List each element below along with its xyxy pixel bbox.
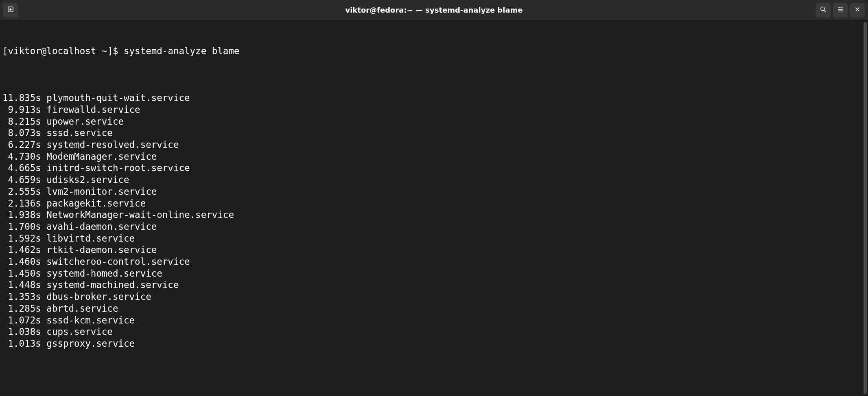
blame-time: 1.592s <box>2 233 41 244</box>
blame-time: 1.462s <box>2 244 41 256</box>
blame-time: 1.938s <box>2 209 41 221</box>
blame-time: 1.450s <box>2 268 41 279</box>
blame-service: libvirtd.service <box>46 233 135 244</box>
blame-row: 1.448s systemd-machined.service <box>2 279 866 291</box>
blame-time: 6.227s <box>2 139 41 151</box>
blame-row: 4.730s ModemManager.service <box>2 151 866 163</box>
blame-service: dbus-broker.service <box>46 291 151 302</box>
blame-time: 2.136s <box>2 198 41 209</box>
svg-point-3 <box>821 7 824 11</box>
search-icon <box>820 6 827 15</box>
window-title: viktor@fedora:~ — systemd-analyze blame <box>345 6 523 14</box>
blame-row: 11.835s plymouth-quit-wait.service <box>2 92 866 104</box>
blame-time: 1.013s <box>2 338 41 350</box>
new-tab-button[interactable] <box>3 3 18 18</box>
blame-row: 1.285s abrtd.service <box>2 303 866 315</box>
scrollbar[interactable] <box>863 22 867 394</box>
blame-service: sssd.service <box>46 128 113 138</box>
blame-service: sssd-kcm.service <box>46 315 135 326</box>
command-text: systemd-analyze blame <box>124 46 239 56</box>
blame-row: 1.938s NetworkManager-wait-online.servic… <box>2 209 866 221</box>
blame-row: 8.215s upower.service <box>2 116 866 128</box>
blame-service: cups.service <box>46 326 113 337</box>
blame-row: 9.913s firewalld.service <box>2 104 866 116</box>
blame-time: 8.215s <box>2 116 41 128</box>
blame-time: 1.072s <box>2 315 41 326</box>
menu-button[interactable] <box>833 3 848 18</box>
blame-time: 2.555s <box>2 186 41 198</box>
search-button[interactable] <box>816 3 831 18</box>
blame-time: 1.460s <box>2 256 41 268</box>
blame-service: udisks2.service <box>46 174 129 185</box>
blame-time: 8.073s <box>2 127 41 139</box>
blame-service: gssproxy.service <box>46 338 135 349</box>
blame-service: switcheroo-control.service <box>46 256 190 267</box>
blame-row: 1.038s cups.service <box>2 326 866 338</box>
blame-service: plymouth-quit-wait.service <box>46 92 190 103</box>
blame-time: 1.448s <box>2 279 41 291</box>
blame-row: 4.659s udisks2.service <box>2 174 866 186</box>
close-button[interactable] <box>850 3 865 18</box>
blame-service: abrtd.service <box>46 303 118 314</box>
blame-time: 4.665s <box>2 162 41 174</box>
blame-service: lvm2-monitor.service <box>46 186 157 197</box>
blame-service: systemd-machined.service <box>46 279 179 290</box>
blame-service: systemd-resolved.service <box>46 139 179 150</box>
blame-time: 1.038s <box>2 326 41 338</box>
prompt-text: [viktor@localhost ~]$ <box>2 46 124 56</box>
prompt-line: [viktor@localhost ~]$ systemd-analyze bl… <box>2 45 866 57</box>
blame-time: 9.913s <box>2 104 41 116</box>
scrollbar-thumb[interactable] <box>864 22 867 394</box>
blame-row: 1.450s systemd-homed.service <box>2 268 866 279</box>
blame-service: systemd-homed.service <box>46 268 162 279</box>
blame-service: NetworkManager-wait-online.service <box>46 209 234 220</box>
close-icon <box>854 6 861 15</box>
svg-line-4 <box>824 10 826 12</box>
blame-service: rtkit-daemon.service <box>46 244 157 255</box>
blame-row: 1.013s gssproxy.service <box>2 338 866 350</box>
blame-service: firewalld.service <box>46 104 140 115</box>
blame-row: 1.592s libvirtd.service <box>2 233 866 244</box>
blame-row: 1.072s sssd-kcm.service <box>2 315 866 326</box>
blame-time: 4.659s <box>2 174 41 186</box>
blame-service: avahi-daemon.service <box>46 221 157 232</box>
blame-service: packagekit.service <box>46 198 146 209</box>
blame-row: 2.555s lvm2-monitor.service <box>2 186 866 198</box>
blame-time: 1.285s <box>2 303 41 315</box>
blame-service: initrd-switch-root.service <box>46 163 190 173</box>
blame-row: 1.462s rtkit-daemon.service <box>2 244 866 256</box>
blame-time: 4.730s <box>2 151 41 163</box>
blame-row: 6.227s systemd-resolved.service <box>2 139 866 151</box>
blame-row: 8.073s sssd.service <box>2 127 866 139</box>
blame-service: upower.service <box>46 116 124 127</box>
blame-time: 1.700s <box>2 221 41 233</box>
blame-time: 11.835s <box>2 92 41 104</box>
blame-row: 1.700s avahi-daemon.service <box>2 221 866 233</box>
terminal-output[interactable]: [viktor@localhost ~]$ systemd-analyze bl… <box>0 20 868 396</box>
blame-row: 1.460s switcheroo-control.service <box>2 256 866 268</box>
new-tab-icon <box>7 6 14 15</box>
blame-row: 4.665s initrd-switch-root.service <box>2 162 866 174</box>
hamburger-icon <box>837 6 844 15</box>
blame-time: 1.353s <box>2 291 41 303</box>
blame-row: 1.353s dbus-broker.service <box>2 291 866 303</box>
blame-row: 2.136s packagekit.service <box>2 198 866 209</box>
titlebar: viktor@fedora:~ — systemd-analyze blame <box>0 0 868 20</box>
blame-service: ModemManager.service <box>46 151 157 162</box>
terminal-window: viktor@fedora:~ — systemd-analyze blame … <box>0 0 868 396</box>
